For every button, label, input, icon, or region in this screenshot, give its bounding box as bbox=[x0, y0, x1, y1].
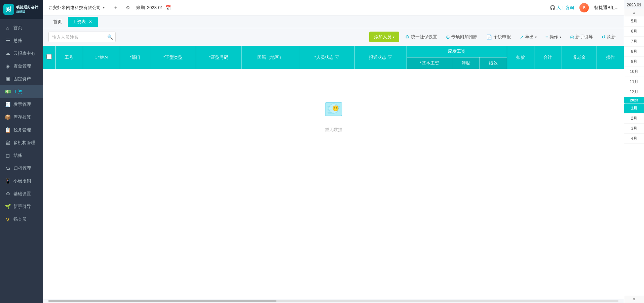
sidebar-item-expense[interactable]: 📱 小畅报销 bbox=[0, 175, 43, 187]
month-2022-12[interactable]: 12月 bbox=[624, 87, 644, 97]
sidebar-item-ledger[interactable]: ☰ 总账 bbox=[0, 34, 43, 47]
search-input[interactable] bbox=[48, 32, 116, 42]
refresh-label: 刷新 bbox=[607, 34, 616, 40]
scroll-track[interactable] bbox=[48, 300, 618, 302]
tab-salary-table[interactable]: 工资表 ✕ bbox=[68, 17, 98, 27]
expand-panel-button[interactable]: ⤢ bbox=[636, 1, 643, 8]
tax-report-button[interactable]: 📄 个税申报 bbox=[484, 33, 514, 41]
user-name[interactable]: 畅捷通B组... bbox=[594, 5, 618, 11]
headset-icon: 🎧 bbox=[550, 5, 555, 10]
sidebar-item-settings[interactable]: ⚙ 基础设置 bbox=[0, 187, 43, 200]
salary-table: 工号 ⇅ *姓名 *部门 *证型类型 *证型号码 国籍（地区） *人员状态 ▽ … bbox=[43, 46, 624, 160]
sidebar-item-label: 首页 bbox=[13, 25, 22, 31]
th-deduct: 扣款 bbox=[507, 46, 534, 69]
sidebar-item-cloud-report[interactable]: ☁ 云报表中心 bbox=[0, 47, 43, 60]
month-2022-06[interactable]: 6月 bbox=[624, 27, 644, 37]
tax-report-label: 个税申报 bbox=[493, 34, 511, 40]
tab-bar: 首页 工资表 ✕ bbox=[43, 15, 624, 28]
service-button[interactable]: 🎧 人工咨询 bbox=[550, 5, 574, 11]
home-icon: ⌂ bbox=[5, 25, 11, 31]
expense-icon: 📱 bbox=[5, 178, 11, 184]
th-country: 国籍（地区） bbox=[241, 46, 299, 69]
gear-icon: ⚙ bbox=[126, 5, 130, 10]
sidebar-item-fixed-assets[interactable]: ▣ 固定资产 bbox=[0, 73, 43, 85]
month-2023-02[interactable]: 2月 bbox=[624, 114, 644, 124]
sidebar-item-close-books[interactable]: ◻ 结账 bbox=[0, 149, 43, 162]
th-job-no: 工号 bbox=[55, 46, 83, 69]
invoice-icon: 🧾 bbox=[5, 101, 11, 107]
empty-icon: 😶 bbox=[320, 96, 347, 123]
tax-report-icon: 📄 bbox=[486, 34, 492, 40]
period-value: 2023-01 bbox=[147, 5, 163, 10]
sidebar: 财 畅捷通好会计 旗舰版 ⌂ 首页 ☰ 总账 ☁ 云报表中心 ◈ 资金管理 ▣ … bbox=[0, 0, 43, 303]
month-2022-07[interactable]: 7月 bbox=[624, 37, 644, 47]
search-icon[interactable]: 🔍 bbox=[107, 34, 113, 40]
th-cert-no: *证型号码 bbox=[196, 46, 241, 69]
sidebar-item-inventory[interactable]: 📦 库存核算 bbox=[0, 111, 43, 124]
page-content: 🔍 添加人员 ▾ ♻ 统一社保设置 ⊕ 专项附加扣除 📄 个税申报 ↗ 导出 bbox=[43, 28, 624, 303]
inventory-icon: 📦 bbox=[5, 114, 11, 120]
operation-button[interactable]: ≡ 操作 ▾ bbox=[543, 33, 564, 41]
sidebar-item-label: 基础设置 bbox=[13, 191, 31, 197]
month-2022-05[interactable]: 5月 bbox=[624, 16, 644, 27]
th-performance: 绩效 bbox=[480, 57, 507, 69]
month-2023-03[interactable]: 3月 bbox=[624, 124, 644, 134]
th-base-salary: *基本工资 bbox=[407, 57, 452, 69]
sidebar-item-tax[interactable]: 📋 税务管理 bbox=[0, 124, 43, 136]
social-security-icon: ♻ bbox=[405, 34, 410, 40]
special-deduct-icon: ⊕ bbox=[446, 34, 450, 40]
sort-icon: ⇅ bbox=[94, 56, 97, 59]
tab-home-label: 首页 bbox=[53, 19, 62, 25]
export-chevron: ▾ bbox=[535, 35, 537, 39]
close-panel-button[interactable]: ✕ bbox=[628, 1, 635, 8]
sidebar-item-guide[interactable]: 🌱 新手引导 bbox=[0, 200, 43, 213]
calendar-icon[interactable]: 📅 bbox=[165, 5, 171, 10]
month-2023-01[interactable]: 1月 bbox=[624, 103, 644, 114]
sidebar-item-home[interactable]: ⌂ 首页 bbox=[0, 21, 43, 34]
th-checkbox bbox=[43, 46, 55, 69]
select-all-checkbox[interactable] bbox=[46, 54, 52, 59]
month-2022-11[interactable]: 11月 bbox=[624, 77, 644, 87]
tab-close-icon[interactable]: ✕ bbox=[88, 19, 93, 25]
special-deduct-button[interactable]: ⊕ 专项附加扣除 bbox=[443, 33, 480, 41]
sidebar-item-invoice[interactable]: 🧾 发票管理 bbox=[0, 98, 43, 111]
add-person-button[interactable]: 添加人员 ▾ bbox=[369, 32, 399, 42]
th-total: 合计 bbox=[534, 46, 562, 69]
add-company-button[interactable]: ＋ bbox=[111, 3, 120, 12]
month-2022-08[interactable]: 8月 bbox=[624, 47, 644, 57]
sidebar-item-member[interactable]: V 畅会员 bbox=[0, 213, 43, 226]
sidebar-item-multi-org[interactable]: 🏛 多机构管理 bbox=[0, 136, 43, 149]
month-2022-10[interactable]: 10月 bbox=[624, 67, 644, 77]
search-wrap: 🔍 bbox=[48, 32, 116, 42]
date-nav-down[interactable]: ▼ bbox=[624, 296, 644, 303]
ledger-icon: ☰ bbox=[5, 38, 11, 44]
tab-home[interactable]: 首页 bbox=[48, 17, 67, 27]
date-panel: ✕ ⤢ 2023.01 ▲ 5月 6月 7月 8月 9月 10月 11月 12月… bbox=[624, 0, 644, 303]
th-dept: *部门 bbox=[120, 46, 150, 69]
sidebar-item-fund[interactable]: ◈ 资金管理 bbox=[0, 60, 43, 73]
guide-button[interactable]: ◎ 新手引导 bbox=[567, 33, 596, 41]
scroll-bar bbox=[43, 299, 624, 303]
sidebar-item-salary[interactable]: 💵 工资 bbox=[0, 85, 43, 98]
month-2022-09[interactable]: 9月 bbox=[624, 57, 644, 67]
app-header: 西安虾米网络科技有限公司 ▾ ＋ ⚙ 账期 2023-01 📅 🎧 人工咨询 B… bbox=[43, 0, 624, 15]
company-selector[interactable]: 西安虾米网络科技有限公司 ▾ bbox=[48, 5, 105, 11]
settings-button[interactable]: ⚙ bbox=[123, 3, 132, 12]
guide-label: 新手引导 bbox=[575, 34, 593, 40]
th-report-status: 报送状态 ▽ bbox=[354, 46, 407, 69]
date-panel-nav-bottom: ▼ bbox=[624, 296, 644, 303]
plus-icon: ＋ bbox=[113, 5, 118, 11]
social-security-button[interactable]: ♻ 统一社保设置 bbox=[403, 33, 440, 41]
export-button[interactable]: ↗ 导出 ▾ bbox=[517, 33, 539, 41]
sidebar-item-archive[interactable]: 🗂 归档管理 bbox=[0, 162, 43, 175]
th-pension: 养老金 bbox=[562, 46, 597, 69]
date-months-list: 5月 6月 7月 8月 9月 10月 11月 12月 2023 1月 2月 3月… bbox=[624, 16, 644, 296]
refresh-button[interactable]: ↺ 刷新 bbox=[599, 33, 618, 41]
sidebar-item-label: 新手引导 bbox=[13, 204, 31, 210]
year-2023-label: 2023 bbox=[624, 97, 644, 103]
sidebar-item-label: 云报表中心 bbox=[13, 50, 35, 56]
scroll-thumb[interactable] bbox=[48, 300, 276, 302]
sidebar-item-label: 归档管理 bbox=[13, 165, 31, 171]
date-nav-up[interactable]: ▲ bbox=[624, 9, 644, 16]
month-2023-04[interactable]: 4月 bbox=[624, 134, 644, 144]
